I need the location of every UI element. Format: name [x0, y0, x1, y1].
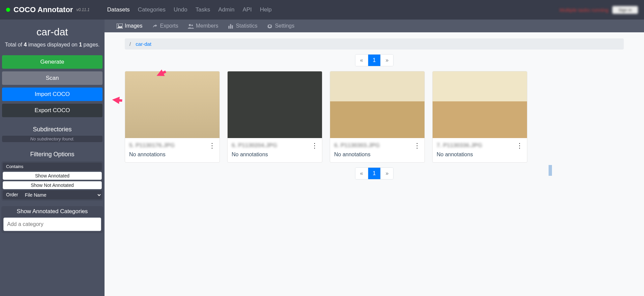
nav-datasets[interactable]: Datasets [103, 6, 134, 13]
add-category-input[interactable] [3, 218, 101, 231]
tab-exports[interactable]: Exports [147, 23, 183, 29]
gear-icon [267, 24, 273, 29]
svg-rect-5 [230, 24, 231, 28]
text-selection-icon [549, 165, 552, 176]
order-select[interactable]: File Name [22, 191, 102, 199]
annotation-arrow-icon [108, 96, 120, 104]
top-warning: Multiple tasks running [559, 7, 608, 13]
generate-button[interactable]: Generate [2, 55, 103, 69]
more-icon[interactable]: ⋮ [414, 141, 420, 150]
subnav: Images Exports Members Statistics Settin… [105, 20, 644, 32]
nav-categories[interactable]: Categories [134, 6, 170, 13]
nav-admin[interactable]: Admin [214, 6, 238, 13]
tab-settings[interactable]: Settings [262, 23, 299, 29]
image-filename: 6. P1130303.JPG [334, 142, 380, 149]
image-filename: 5. P1130176.JPG [129, 142, 175, 149]
tab-statistics[interactable]: Statistics [223, 23, 262, 29]
breadcrumb-link[interactable]: car-dat [136, 41, 151, 47]
show-ann-cat-heading: Show Annotated Categories [3, 208, 101, 215]
dataset-total: Total of 4 images displayed on 1 pages. [1, 42, 103, 48]
show-annotated-button[interactable]: Show Annotated [3, 172, 102, 180]
sidebar: car-dat Total of 4 images displayed on 1… [0, 20, 105, 296]
image-card[interactable]: 7. P1130336.JPG⋮ No annotations [432, 71, 527, 163]
contains-label: Contains [3, 163, 27, 170]
share-icon [152, 24, 158, 29]
scan-button[interactable]: Scan [2, 71, 103, 85]
pager-prev[interactable]: « [355, 168, 368, 179]
image-thumb[interactable] [433, 71, 527, 138]
subdir-empty: No subdirectory found. [2, 136, 103, 142]
image-grid: 5. P1130176.JPG⋮ No annotations 6. P1130… [125, 71, 624, 163]
nav-help[interactable]: Help [256, 6, 276, 13]
image-filename: 6. P1130204.JPG [232, 142, 277, 149]
nav-undo[interactable]: Undo [170, 6, 192, 13]
pager-next[interactable]: » [381, 168, 393, 179]
pager-prev[interactable]: « [355, 55, 368, 66]
filter-heading: Filtering Options [1, 151, 103, 158]
svg-point-3 [191, 25, 193, 26]
more-icon[interactable]: ⋮ [311, 141, 318, 150]
image-annotations: No annotations [437, 152, 523, 158]
subdir-heading: Subdirectories [1, 126, 103, 133]
nav-api[interactable]: API [238, 6, 256, 13]
dataset-name: car-dat [1, 26, 103, 38]
tab-members[interactable]: Members [183, 23, 223, 29]
contains-input[interactable] [27, 163, 102, 170]
image-annotations: No annotations [129, 152, 215, 158]
bar-chart-icon [228, 24, 234, 29]
version-label: v0.11.1 [76, 7, 89, 12]
svg-point-1 [118, 25, 119, 26]
svg-rect-6 [232, 25, 233, 29]
image-card[interactable]: 6. P1130303.JPG⋮ No annotations [330, 71, 425, 163]
top-nav: COCO Annotator v0.11.1 Datasets Categori… [0, 0, 644, 20]
import-coco-button[interactable]: Import COCO [2, 88, 103, 101]
pager-top: « 1 » [125, 54, 624, 66]
top-signin-button[interactable]: Sign in [612, 6, 638, 14]
nav-tasks[interactable]: Tasks [192, 6, 214, 13]
brand-title: COCO Annotator [13, 5, 73, 14]
tab-images[interactable]: Images [112, 23, 147, 29]
image-thumb[interactable] [330, 71, 425, 138]
image-annotations: No annotations [232, 152, 318, 158]
image-thumb[interactable] [125, 71, 219, 138]
users-icon [188, 24, 194, 29]
image-icon [117, 24, 123, 29]
pager-next[interactable]: » [381, 55, 393, 66]
image-card[interactable]: 6. P1130204.JPG⋮ No annotations [227, 71, 322, 163]
svg-rect-4 [229, 26, 230, 28]
svg-point-2 [189, 24, 191, 26]
breadcrumb: / car-dat [125, 38, 624, 50]
image-card[interactable]: 5. P1130176.JPG⋮ No annotations [125, 71, 220, 163]
show-not-annotated-button[interactable]: Show Not Annotated [3, 181, 102, 189]
image-annotations: No annotations [334, 152, 420, 158]
image-thumb[interactable] [228, 71, 322, 138]
pager-page-1[interactable]: 1 [368, 168, 381, 179]
pager-page-1[interactable]: 1 [368, 55, 381, 66]
more-icon[interactable]: ⋮ [516, 141, 523, 150]
more-icon[interactable]: ⋮ [209, 141, 215, 150]
export-coco-button[interactable]: Export COCO [2, 104, 103, 117]
order-label: Order [3, 191, 22, 199]
image-filename: 7. P1130336.JPG [437, 142, 482, 149]
status-dot-icon [6, 8, 10, 12]
